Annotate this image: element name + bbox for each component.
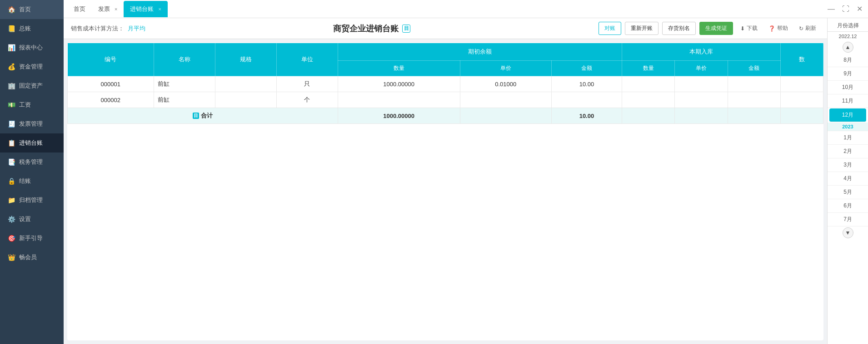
cell-opening-qty: 1000.00000 (338, 76, 460, 92)
sidebar-label-reports: 报表中心 (19, 44, 43, 52)
content-area: 销售成本计算方法： 月平均 商贸企业进销台账 目 对账 重新开账 存货别名 生成… (64, 18, 827, 344)
total-label-cell: 目 合计 (68, 108, 338, 124)
sidebar-label-settings: 设置 (19, 215, 31, 223)
cell-opening-amount (551, 92, 622, 108)
reopen-button[interactable]: 重新开账 (625, 22, 658, 35)
help-button[interactable]: ❓ 帮助 (765, 23, 792, 34)
sidebar-label-vip: 畅会员 (19, 253, 37, 261)
refresh-icon: ↻ (799, 25, 803, 32)
page-container: 销售成本计算方法： 月平均 商贸企业进销台账 目 对账 重新开账 存货别名 生成… (64, 18, 868, 344)
col-header-spec: 规格 (215, 43, 276, 76)
sidebar-item-general-ledger[interactable]: 📒总账 (0, 19, 64, 38)
month-item-8月[interactable]: 8月 (828, 54, 868, 67)
purchase-sales-table: 编号 名称 规格 单位 期初余额 本期入库 数 数量 单价 金额 数 (67, 43, 823, 124)
total-extra (780, 108, 823, 124)
cell-in-qty (622, 92, 675, 108)
sidebar-item-closing[interactable]: 🔒结账 (0, 172, 64, 191)
close-button[interactable]: ✕ (855, 4, 864, 14)
sidebar-item-archive-mgmt[interactable]: 📁归档管理 (0, 191, 64, 210)
sidebar-label-purchase-sales: 进销台账 (19, 139, 43, 147)
download-button[interactable]: ⬇ 下载 (737, 23, 761, 34)
sidebar-icon-salary: 💵 (7, 101, 15, 109)
tab-close-invoice-tab[interactable]: × (115, 6, 117, 12)
year-2022-label: 2022.12 (828, 32, 868, 41)
cell-in-amount (728, 92, 780, 108)
col-header-opening-amount: 金额 (551, 61, 622, 76)
cell-spec (215, 76, 276, 92)
month-item-11月[interactable]: 11月 (828, 94, 868, 108)
window-controls: — ⛶ ✕ (826, 4, 864, 14)
month-item-10月[interactable]: 10月 (828, 81, 868, 94)
sidebar-icon-reports: 📊 (7, 44, 15, 52)
sidebar-icon-new-guide: 🎯 (7, 234, 15, 242)
sidebar-item-fixed-assets[interactable]: 🏢固定资产 (0, 76, 64, 95)
month-nav-down: ▼ (828, 226, 868, 239)
tab-bar: 首页发票×进销台账× — ⛶ ✕ (64, 0, 868, 18)
cell-name: 前缸 (154, 76, 215, 92)
month-item-2023-2月[interactable]: 2月 (828, 145, 868, 158)
sidebar-item-home[interactable]: 🏠首页 (0, 0, 64, 19)
month-item-2023-5月[interactable]: 5月 (828, 186, 868, 199)
total-row: 目 合计 1000.00000 10.00 (68, 108, 823, 124)
info-icon[interactable]: 目 (402, 25, 410, 33)
tab-purchase-sales-tab[interactable]: 进销台账× (124, 1, 167, 17)
sidebar-icon-archive-mgmt: 📁 (7, 196, 15, 204)
sidebar-label-closing: 结账 (19, 177, 31, 185)
sidebar-item-fund-mgmt[interactable]: 💰资金管理 (0, 57, 64, 76)
maximize-button[interactable]: ⛶ (840, 4, 851, 14)
sidebar-item-invoice-mgmt[interactable]: 🧾发票管理 (0, 114, 64, 133)
month-item-2023-4月[interactable]: 4月 (828, 172, 868, 186)
sidebar-item-reports[interactable]: 📊报表中心 (0, 38, 64, 57)
sidebar-icon-home: 🏠 (7, 5, 15, 14)
month-item-9月[interactable]: 9月 (828, 67, 868, 81)
month-item-2023-1月[interactable]: 1月 (828, 131, 868, 145)
col-header-in-qty: 数量 (622, 61, 675, 76)
toolbar: 销售成本计算方法： 月平均 商贸企业进销台账 目 对账 重新开账 存货别名 生成… (64, 18, 827, 39)
cell-in-qty (622, 76, 675, 92)
sidebar-item-settings[interactable]: ⚙️设置 (0, 210, 64, 229)
cell-opening-price (460, 92, 551, 108)
tab-close-purchase-sales-tab[interactable]: × (158, 6, 161, 12)
sidebar-icon-invoice-mgmt: 🧾 (7, 120, 15, 128)
sidebar-icon-fund-mgmt: 💰 (7, 63, 15, 71)
sidebar-item-purchase-sales[interactable]: 📋进销台账 (0, 133, 64, 152)
month-nav-down-button[interactable]: ▼ (843, 227, 853, 238)
tab-home-tab[interactable]: 首页 (67, 1, 92, 17)
sidebar-item-vip[interactable]: 👑畅会员 (0, 248, 64, 267)
cell-unit: 只 (276, 76, 338, 92)
month-nav-up-button[interactable]: ▲ (843, 42, 853, 53)
sidebar-label-archive-mgmt: 归档管理 (19, 196, 43, 204)
month-item-2023-3月[interactable]: 3月 (828, 158, 868, 172)
generate-voucher-button[interactable]: 生成凭证 (699, 22, 733, 35)
cell-opening-amount: 10.00 (551, 76, 622, 92)
sidebar-label-general-ledger: 总账 (19, 25, 31, 33)
save-alias-button[interactable]: 存货别名 (662, 22, 696, 35)
month-panel-title: 月份选择 (828, 18, 868, 32)
sidebar-item-salary[interactable]: 💵工资 (0, 95, 64, 114)
total-in-price (675, 108, 728, 124)
col-header-unit: 单位 (276, 43, 338, 76)
sidebar: 🏠首页📒总账📊报表中心💰资金管理🏢固定资产💵工资🧾发票管理📋进销台账📑税务管理🔒… (0, 0, 64, 344)
cell-in-price (675, 92, 728, 108)
page-title: 商贸企业进销台账 目 (149, 23, 595, 34)
minimize-button[interactable]: — (826, 4, 837, 14)
match-button[interactable]: 对账 (599, 22, 621, 35)
sidebar-item-tax-mgmt[interactable]: 📑税务管理 (0, 152, 64, 172)
table-row[interactable]: 000001 前缸 只 1000.00000 0.01000 10.00 (68, 76, 823, 92)
cost-method-label: 销售成本计算方法： (71, 25, 124, 32)
month-item-2023-6月[interactable]: 6月 (828, 199, 868, 213)
sidebar-item-new-guide[interactable]: 🎯新手引导 (0, 229, 64, 248)
help-icon: ❓ (768, 25, 775, 32)
total-label: 合计 (201, 112, 213, 120)
sidebar-label-fund-mgmt: 资金管理 (19, 63, 43, 71)
col-header-name: 名称 (154, 43, 215, 76)
tab-invoice-tab[interactable]: 发票× (92, 1, 124, 17)
tab-label-invoice-tab: 发票 (98, 5, 110, 13)
month-item-12月[interactable]: 12月 (829, 108, 866, 122)
month-item-2023-7月[interactable]: 7月 (828, 213, 868, 226)
table-row[interactable]: 000002 前缸 个 (68, 92, 823, 108)
refresh-button[interactable]: ↻ 刷新 (795, 23, 820, 34)
cell-in-amount (728, 76, 780, 92)
col-header-in-amount: 金额 (728, 61, 780, 76)
cell-extra (780, 92, 823, 108)
